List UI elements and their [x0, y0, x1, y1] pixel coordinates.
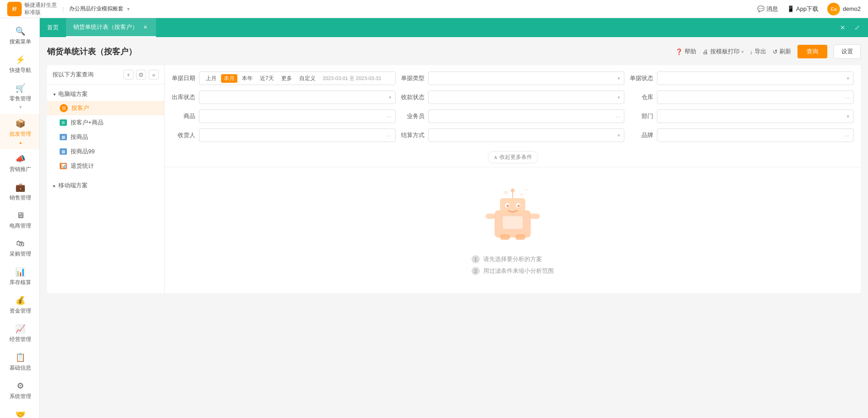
tab-maximize-btn[interactable]: ⤢ — [852, 22, 863, 33]
scheme-item-return-stat[interactable]: 📊 退货统计 — [47, 159, 164, 173]
salesperson-label: 业务员 — [401, 112, 425, 120]
scheme-item-by-customer-goods[interactable]: ⊞ 按客户+商品 — [47, 115, 164, 130]
dept-chevron: ▾ — [847, 114, 849, 119]
sidebar-item-ecommerce[interactable]: 🖥 电商管理 — [0, 206, 39, 234]
date-tag-more[interactable]: 更多 — [278, 74, 295, 83]
sidebar-item-finance[interactable]: 💰 资金管理 — [0, 291, 39, 319]
sidebar-item-sales-mgmt[interactable]: 💼 销售管理 — [0, 178, 39, 206]
message-action[interactable]: 💬 消息 — [757, 5, 778, 13]
by-goods-icon: ▦ — [60, 134, 67, 140]
breadcrumb-title: 办公用品行业模拟账套 — [69, 5, 123, 13]
dept-input[interactable]: ▾ — [657, 109, 854, 123]
settlement-input[interactable]: ▾ — [428, 128, 625, 142]
empty-svg — [481, 185, 544, 244]
filter-row-2: 出库状态 ▾ 收款状态 ▾ — [172, 90, 854, 104]
brand-label: 品牌 — [630, 131, 653, 139]
salesperson-input[interactable]: ··· — [428, 109, 625, 123]
goods-input[interactable]: ··· — [199, 109, 396, 123]
sidebar-item-label: 快捷导航 — [9, 66, 31, 74]
scheme-item-by-goods[interactable]: ▦ 按商品 — [47, 130, 164, 144]
scheme-item-by-goods-99[interactable]: ▦ 按商品99 — [47, 144, 164, 159]
tab-sales-stat-label: 销货单统计表（按客户） — [73, 23, 138, 31]
mobile-group-arrow: ▸ — [53, 183, 56, 188]
receiver-input[interactable]: ··· — [199, 128, 396, 142]
tab-close-window-btn[interactable]: ✕ — [837, 22, 848, 33]
sidebar-item-system[interactable]: ⚙ 系统管理 — [0, 376, 39, 405]
receipt-status-chevron: ▾ — [618, 95, 620, 100]
sidebar-item-marketing[interactable]: 📣 营销推广 — [0, 149, 39, 178]
sidebar-item-purchase[interactable]: 🛍 采购管理 — [0, 234, 39, 262]
collapse-up-icon: ∧ — [494, 154, 498, 161]
help-btn[interactable]: ❓ 帮助 — [675, 48, 696, 56]
template-print-btn[interactable]: 🖨 按模板打印 ▾ — [703, 48, 744, 56]
refresh-btn[interactable]: ↺ 刷新 — [773, 48, 791, 56]
expand-icon: ▴ — [19, 140, 22, 145]
scheme-header-icons: + ⚙ « — [123, 70, 159, 80]
out-status-input[interactable]: ▾ — [199, 90, 396, 104]
sidebar-item-retail-mgmt[interactable]: 🛒 零售管理 ▾ — [0, 79, 39, 114]
scheme-item-label: 按客户+商品 — [71, 119, 104, 127]
sidebar-item-basic-info[interactable]: 📋 基础信息 — [0, 348, 39, 376]
user-profile[interactable]: Ea demo2 — [827, 3, 861, 15]
settings-btn[interactable]: 设置 — [834, 44, 861, 59]
date-input[interactable]: 上月 本月 本年 近7天 更多 自定义 2023-03-01 至 2023-03… — [199, 71, 396, 85]
sidebar-item-operation[interactable]: 📈 经营管理 — [0, 319, 39, 348]
svg-point-5 — [518, 205, 520, 207]
sidebar-item-wholesale-mgmt[interactable]: 📦 批发管理 ▴ — [0, 114, 39, 149]
scheme-collapse-btn[interactable]: « — [149, 70, 159, 80]
tab-close-icon[interactable]: ✕ — [142, 24, 149, 31]
doc-status-input[interactable]: ▾ — [657, 71, 854, 85]
scheme-group-pc-title[interactable]: ▾ 电脑端方案 — [47, 87, 164, 101]
sidebar-item-quick-nav[interactable]: ⚡ 快捷导航 — [0, 50, 39, 79]
date-tag-7days[interactable]: 近7天 — [257, 74, 277, 83]
finance-icon: 💰 — [15, 295, 25, 305]
basic-info-icon: 📋 — [15, 352, 25, 362]
page-title: 销货单统计表（按客户） — [47, 46, 137, 57]
svg-rect-10 — [500, 234, 510, 240]
sidebar-item-enterprise-coop[interactable]: 🤝 企业协同 — [0, 405, 39, 418]
scheme-group-mobile-title[interactable]: ▸ 移动端方案 — [47, 179, 164, 192]
tab-home[interactable]: 首页 — [40, 18, 66, 37]
date-tag-this-year[interactable]: 本年 — [239, 74, 255, 83]
app-download-icon: 📱 — [787, 5, 794, 12]
doc-type-input[interactable]: ▾ — [428, 71, 625, 85]
sidebar-item-label: 电商管理 — [9, 222, 31, 230]
receipt-status-input[interactable]: ▾ — [428, 90, 625, 104]
breadcrumb-dropdown-icon[interactable]: ▾ — [127, 6, 130, 12]
empty-state: 1 请先选择要分析的方案 2 用过滤条件来缩小分析范围 — [165, 167, 861, 293]
sidebar-item-inventory[interactable]: 📊 库存核算 — [0, 262, 39, 291]
export-btn[interactable]: ↓ 导出 — [750, 48, 767, 56]
scheme-add-btn[interactable]: + — [123, 70, 133, 80]
empty-illustration — [481, 185, 544, 244]
app-download-action[interactable]: 📱 App下载 — [787, 5, 818, 13]
warehouse-input[interactable]: ··· — [657, 90, 854, 104]
svg-point-4 — [507, 205, 509, 207]
date-tag-this-month[interactable]: 本月 — [221, 74, 237, 83]
logo-icon: 好 — [7, 2, 22, 16]
mobile-group-label: 移动端方案 — [58, 181, 88, 190]
filter-field-dept: 部门 ▾ — [630, 109, 854, 123]
date-tag-last-month[interactable]: 上月 — [203, 74, 219, 83]
brand-input[interactable]: ··· — [657, 128, 854, 142]
doc-status-chevron: ▾ — [847, 76, 849, 81]
filter-field-doc-type: 单据类型 ▾ — [401, 71, 625, 85]
enterprise-coop-icon: 🤝 — [15, 409, 25, 418]
empty-hint-1: 1 请先选择要分析的方案 — [472, 255, 554, 263]
tab-sales-stat[interactable]: 销货单统计表（按客户） ✕ — [66, 18, 156, 37]
scheme-settings-btn[interactable]: ⚙ — [136, 70, 146, 80]
doc-status-label: 单据状态 — [630, 74, 653, 82]
collapse-btn[interactable]: ∧ 收起更多条件 — [488, 151, 538, 163]
sidebar-item-label: 零售管理 — [9, 95, 31, 103]
main-panel: 按以下方案查询 + ⚙ « ▾ 电脑端方案 — [47, 65, 861, 293]
empty-hints: 1 请先选择要分析的方案 2 用过滤条件来缩小分析范围 — [472, 255, 554, 275]
hint-num-2: 2 — [472, 267, 480, 275]
scheme-item-by-customer[interactable]: 按 按客户 — [47, 101, 164, 115]
receipt-status-label: 收款状态 — [401, 93, 425, 101]
sidebar-item-search-menu[interactable]: 🔍 搜索菜单 — [0, 22, 39, 50]
date-tag-custom[interactable]: 自定义 — [297, 74, 318, 83]
dept-label: 部门 — [630, 112, 653, 120]
sales-mgmt-icon: 💼 — [15, 182, 25, 192]
sidebar-item-label: 营销推广 — [9, 166, 31, 173]
query-btn[interactable]: 查询 — [797, 45, 827, 58]
scheme-item-label: 按商品99 — [71, 147, 94, 156]
